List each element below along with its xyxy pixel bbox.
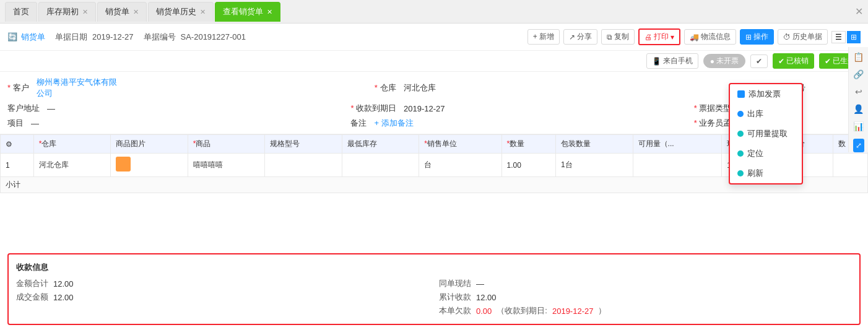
tab-home[interactable]: 首页 — [5, 2, 37, 22]
history-button[interactable]: ⏱ 历史单据 — [778, 29, 828, 45]
from-phone-button[interactable]: 📱 来自手机 — [646, 53, 698, 69]
arrears-value: 0.00 — [476, 306, 492, 316]
arrears-date: 2019-12-27 — [552, 306, 594, 316]
warehouse-field: 仓库 河北仓库 — [375, 82, 493, 93]
row-num: 1 — [1, 154, 34, 177]
col-product-img: 商品图片 — [111, 135, 188, 154]
blue-dot-icon — [737, 111, 744, 117]
address-value: — — [45, 104, 58, 113]
sidebar-icon-4[interactable]: 👤 — [853, 104, 864, 114]
col-available: 可用量（... — [633, 135, 722, 154]
tab-close-inventory-init[interactable]: ✕ — [82, 8, 88, 16]
same-bill-row: 同单现结 — — [439, 278, 852, 289]
dropdown-out-warehouse[interactable]: 出库 — [730, 104, 802, 124]
settings-icon: ⚙ — [6, 140, 12, 149]
row-warehouse: 河北仓库 — [33, 154, 111, 177]
amount-total-label: 金额合计 — [16, 278, 48, 289]
sidebar-icon-expand[interactable]: ⤢ — [853, 139, 864, 152]
dropdown-refresh[interactable]: 刷新 — [730, 163, 802, 183]
cumulative-receipts-label: 累计收款 — [439, 292, 471, 303]
notes-label: 备注 — [350, 118, 367, 129]
sidebar-icon-3[interactable]: ↩ — [855, 87, 862, 97]
window-close-button[interactable]: ✕ — [855, 6, 863, 17]
tab-close-sales-history[interactable]: ✕ — [200, 8, 206, 16]
dropdown-locate[interactable]: 定位 — [730, 144, 802, 163]
grid-icon: ⊞ — [745, 33, 752, 41]
add-notes-button[interactable]: + 添加备注 — [371, 118, 415, 129]
effective-check-icon: ✔ — [825, 57, 831, 66]
copy-icon: ⧉ — [607, 33, 612, 41]
operate-button[interactable]: ⊞ 操作 — [740, 29, 774, 45]
view-toggle: ☰ ⊞ — [831, 31, 861, 43]
check-circle-icon: ✔ — [778, 57, 784, 66]
address-field: 客户地址 — — [7, 103, 174, 114]
row-quantity: 1.00 — [501, 154, 555, 177]
doc-date-label: 单据日期 2019-12-27 — [55, 32, 134, 43]
project-value: — — [28, 119, 41, 128]
tab-bar: 首页 库存期初 ✕ 销货单 ✕ 销货单历史 ✕ 查看销货单 ✕ ✕ — [0, 0, 868, 24]
sidebar-icon-1[interactable]: 📋 — [853, 52, 864, 62]
invoice-label: 票据类型 — [694, 103, 732, 114]
arrears-note: （收款到期日: — [497, 305, 547, 316]
doc-title: 🔄 销货单 — [7, 32, 45, 43]
row-extra — [833, 154, 868, 177]
logistics-button[interactable]: 🚚 物流信息 — [684, 29, 736, 45]
circle-icon: ● — [710, 57, 714, 66]
cumulative-receipts-value: 12.00 — [476, 293, 497, 302]
right-sidebar: 📋 🔗 ↩ 👤 📊 ⤢ — [848, 47, 868, 152]
col-product: *商品 — [188, 135, 265, 154]
col-min-stock: 最低库存 — [342, 135, 419, 154]
business-label: 业务员孟 — [694, 118, 732, 129]
copy-button[interactable]: ⧉ 复制 — [601, 29, 635, 45]
transaction-amount-label: 成交金额 — [16, 292, 48, 303]
arrears-row: 本单欠款 0.00 （收款到期日: 2019-12-27 ） — [439, 305, 852, 316]
tab-inventory-init[interactable]: 库存期初 ✕ — [38, 2, 96, 22]
doc-header: 🔄 销货单 单据日期 2019-12-27 单据编号 SA-20191227-0… — [0, 24, 868, 51]
phone-icon: 📱 — [652, 57, 661, 66]
row-available — [633, 154, 722, 177]
tab-close-view-sales[interactable]: ✕ — [267, 8, 272, 16]
tab-view-sales[interactable]: 查看销货单 ✕ — [215, 2, 280, 22]
new-button[interactable]: + 新增 — [527, 29, 560, 45]
view-list-button[interactable]: ☰ — [831, 31, 846, 43]
due-date-label: 收款到期日 — [350, 103, 396, 114]
print-icon: 🖨 — [644, 33, 652, 41]
check-icon: ✔ — [756, 57, 762, 66]
confirmed-button[interactable]: ✔ 已核销 — [773, 53, 814, 69]
row-min-stock — [342, 154, 419, 177]
dropdown-available-qty[interactable]: 可用量提取 — [730, 124, 802, 144]
share-button[interactable]: ↗ 分享 — [563, 29, 597, 45]
customer-field: 客户 柳州粤港平安气体有限公司 — [7, 77, 126, 99]
col-unit: *销售单位 — [419, 135, 501, 154]
teal-dot-icon-3 — [737, 170, 744, 176]
same-bill-label: 同单现结 — [439, 278, 471, 289]
product-image — [116, 157, 131, 172]
project-label: 项目 — [7, 118, 24, 129]
arrears-label: 本单欠款 — [439, 305, 471, 316]
sidebar-icon-2[interactable]: 🔗 — [853, 69, 864, 79]
payment-amount-total-row: 金额合计 12.00 — [16, 278, 429, 289]
same-bill-value: — — [476, 279, 484, 289]
tab-sales-order[interactable]: 销货单 ✕ — [97, 2, 147, 22]
not-open-button[interactable]: ● 未开票 — [703, 54, 745, 68]
dropdown-add-invoice[interactable]: 添加发票 — [730, 84, 802, 104]
confirm-check-button[interactable]: ✔ — [750, 54, 768, 68]
print-button[interactable]: 🖨 打印 ▾ — [638, 28, 680, 45]
sidebar-icon-5[interactable]: 📊 — [853, 121, 864, 131]
tab-sales-history[interactable]: 销货单历史 ✕ — [148, 2, 214, 22]
view-table-button[interactable]: ⊞ — [847, 31, 861, 43]
payment-grid: 金额合计 12.00 同单现结 — 成交金额 12.00 累计收款 12.00 — [16, 278, 852, 316]
warehouse-value: 河北仓库 — [401, 82, 438, 93]
share-icon: ↗ — [569, 33, 575, 41]
customer-label: 客户 — [7, 82, 29, 93]
due-date-field: 收款到期日 2019-12-27 — [350, 103, 517, 114]
row-package-qty: 1台 — [556, 154, 633, 177]
main-container: 🔄 销货单 单据日期 2019-12-27 单据编号 SA-20191227-0… — [0, 24, 868, 330]
status-bar: 📱 来自手机 ● 未开票 ✔ ✔ 已核销 ✔ 已生效 — [0, 51, 868, 72]
row-unit: 台 — [419, 154, 501, 177]
tab-close-sales-order[interactable]: ✕ — [133, 8, 139, 16]
customer-value[interactable]: 柳州粤港平安气体有限公司 — [34, 77, 127, 99]
sales-order-icon: 🔄 — [7, 32, 17, 41]
col-quantity: *数量 — [501, 135, 555, 154]
due-date-value: 2019-12-27 — [401, 104, 448, 113]
